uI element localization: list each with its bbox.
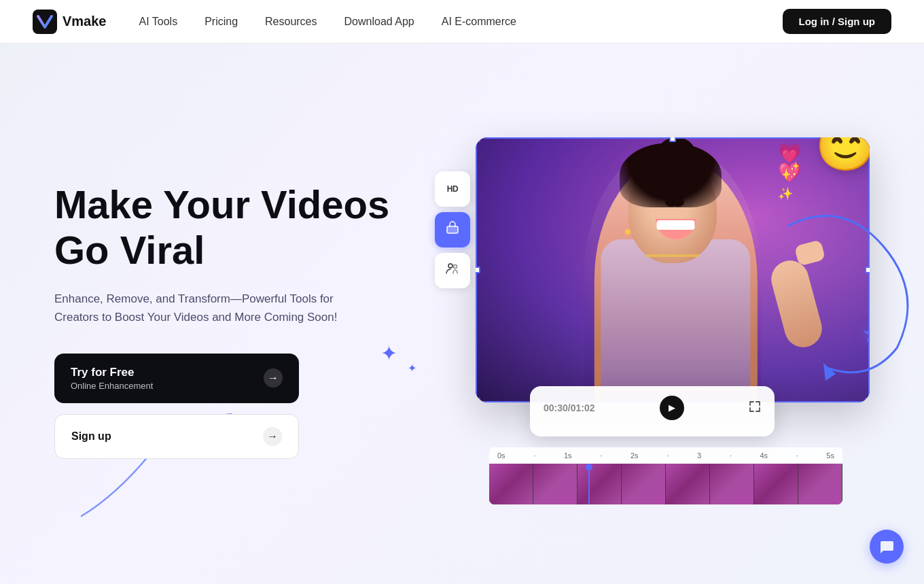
emoji-sticker: 😇 <box>815 137 870 175</box>
eraser-tool-button[interactable] <box>435 212 470 247</box>
svg-marker-4 <box>823 363 836 381</box>
hero-section: Make Your Videos Go Viral Enhance, Remov… <box>0 44 924 584</box>
signup-button[interactable]: Sign up → <box>54 414 299 459</box>
ruler-dot3: · <box>667 451 669 460</box>
vmake-logo-icon <box>33 10 57 34</box>
ruler-dot2: · <box>600 451 602 460</box>
strip-frame-8 <box>798 464 842 504</box>
ruler-marks: 0s · 1s · 2s · 3 · 4s · 5s <box>492 451 840 460</box>
hero-title: Make Your Videos Go Viral <box>54 182 394 273</box>
nav-ai-tools[interactable]: AI Tools <box>139 16 178 28</box>
sparkle-small: ✦ <box>408 362 416 375</box>
try-for-free-button[interactable]: Try for Free Online Enhancement → <box>54 354 299 403</box>
star-decoration-right: ★ <box>861 320 870 348</box>
nav-resources[interactable]: Resources <box>265 16 317 28</box>
logo-text: Vmake <box>63 14 107 29</box>
sparkle-large: ✦ <box>380 341 397 365</box>
try-btn-label: Try for Free <box>71 366 153 379</box>
ruler-2s: 2s <box>630 451 639 460</box>
login-signup-button[interactable]: Log in / Sign up <box>783 9 891 34</box>
ruler-5s: 5s <box>826 451 834 460</box>
strip-frame-5 <box>666 464 710 504</box>
people-tool-button[interactable] <box>435 253 470 288</box>
hero-title-line1: Make Your Videos <box>54 182 389 226</box>
vc-time-total: 01:02 <box>571 402 595 413</box>
vc-play-button[interactable]: ▶ <box>660 396 684 420</box>
try-btn-arrow-icon: → <box>264 368 283 388</box>
strip-frame-7 <box>754 464 798 504</box>
strip-frame-4 <box>622 464 666 504</box>
signup-arrow-icon: → <box>263 427 282 446</box>
hero-subtitle: Enhance, Remove, and Transform—Powerful … <box>54 290 353 326</box>
timeline-playhead <box>588 464 590 504</box>
nav-ai-ecommerce[interactable]: AI E-commerce <box>442 16 516 28</box>
tool-sidebar: HD <box>435 171 470 288</box>
navbar: Vmake AI Tools Pricing Resources Downloa… <box>0 0 924 44</box>
hero-buttons: Try for Free Online Enhancement → Sign u… <box>54 354 299 459</box>
nav-download-app[interactable]: Download App <box>344 16 414 28</box>
hero-title-line2: Go Viral <box>54 228 205 272</box>
hd-tool-button[interactable]: HD <box>435 171 470 207</box>
vc-fullscreen-button[interactable] <box>749 400 761 415</box>
ruler-1s: 1s <box>564 451 572 460</box>
logo-link[interactable]: Vmake <box>33 10 107 34</box>
signup-label: Sign up <box>71 430 111 443</box>
ruler-0s: 0s <box>497 451 505 460</box>
strip-frame-3 <box>578 464 622 504</box>
hd-icon: HD <box>447 184 458 194</box>
svg-point-3 <box>454 265 457 269</box>
vc-time-current: 00:30 <box>544 402 568 413</box>
strip-frame-6 <box>710 464 754 504</box>
vc-top-row: 00:30/01:02 ▶ <box>544 396 761 420</box>
chat-fab-button[interactable] <box>870 530 904 564</box>
timeline-area: 0s · 1s · 2s · 3 · 4s · 5s <box>489 447 842 504</box>
people-icon <box>445 261 460 279</box>
strip-frame-2 <box>533 464 578 504</box>
video-controls: 00:30/01:02 ▶ <box>530 386 775 436</box>
nav-pricing[interactable]: Pricing <box>205 16 238 28</box>
svg-point-2 <box>448 264 452 268</box>
hero-left: Make Your Videos Go Viral Enhance, Remov… <box>54 182 394 459</box>
ruler-3s: 3 <box>697 451 701 460</box>
try-btn-texts: Try for Free Online Enhancement <box>71 366 153 391</box>
ruler-dot1: · <box>533 451 535 460</box>
vc-time-display: 00:30/01:02 <box>544 402 595 413</box>
timeline-strip <box>489 464 842 504</box>
ruler-4s: 4s <box>760 451 768 460</box>
ruler-dot4: · <box>730 451 732 460</box>
svg-rect-0 <box>33 10 57 34</box>
video-editor-mockup: HD <box>421 124 870 518</box>
strip-frame-1 <box>489 464 533 504</box>
svg-rect-1 <box>447 226 458 233</box>
eraser-icon <box>445 220 460 239</box>
timeline-ruler: 0s · 1s · 2s · 3 · 4s · 5s <box>489 447 842 464</box>
hearts-decoration: 💗💖✨ <box>778 144 802 201</box>
nav-links: AI Tools Pricing Resources Download App … <box>139 16 783 28</box>
try-btn-sublabel: Online Enhancement <box>71 381 153 391</box>
ruler-dot5: · <box>796 451 798 460</box>
